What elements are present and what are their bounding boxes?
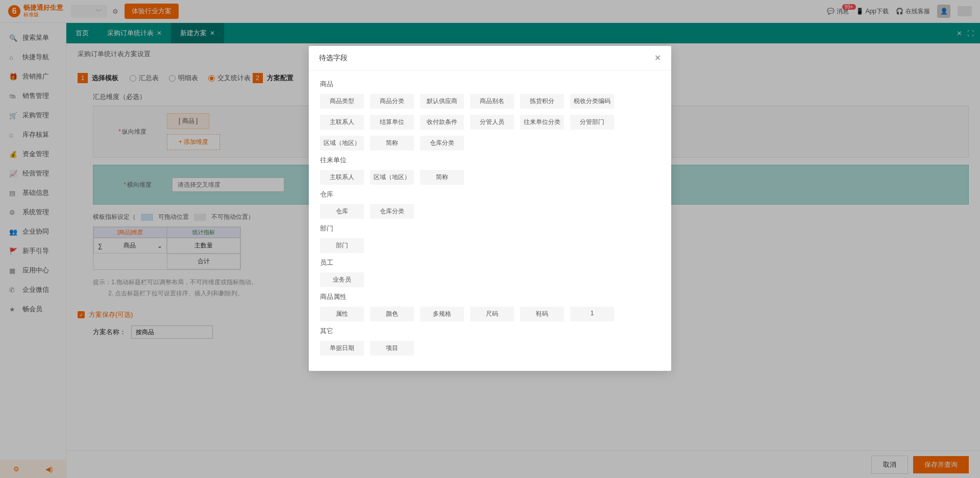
field-chip[interactable]: 商品类型 [320,94,364,109]
field-chip[interactable]: 区域（地区） [320,136,364,150]
modal-title: 待选字段 [319,54,348,63]
field-chip[interactable]: 主联系人 [320,115,364,130]
field-group-title: 往来单位 [320,156,660,165]
field-chip-list: 部门 [320,238,660,253]
field-chip[interactable]: 1 [570,307,614,321]
field-group: 部门部门 [320,224,660,253]
field-chip-list: 主联系人区域（地区）简称 [320,170,660,185]
field-group: 商品属性属性颜色多规格尺码鞋码1 [320,292,660,321]
field-chip[interactable]: 商品别名 [470,94,514,109]
field-chip[interactable]: 单据日期 [320,341,364,356]
field-chip[interactable]: 业务员 [320,272,364,287]
field-chip[interactable]: 部门 [320,238,364,253]
field-chip-list: 单据日期项目 [320,341,660,356]
field-chip[interactable]: 属性 [320,307,364,321]
field-chip[interactable]: 税收分类编码 [570,94,614,109]
field-chip-list: 业务员 [320,272,660,287]
field-chip[interactable]: 项目 [370,341,414,356]
field-chip[interactable]: 仓库 [320,204,364,219]
field-chip[interactable]: 结算单位 [370,115,414,130]
field-chip[interactable]: 拣货积分 [520,94,564,109]
field-group: 员工业务员 [320,258,660,287]
field-chip[interactable]: 仓库分类 [420,136,464,150]
field-chip[interactable]: 简称 [420,170,464,185]
field-chip[interactable]: 分管人员 [470,115,514,130]
field-group-title: 其它 [320,326,660,336]
field-group: 商品商品类型商品分类默认供应商商品别名拣货积分税收分类编码主联系人结算单位收付款… [320,80,660,150]
field-group-title: 部门 [320,224,660,233]
field-chip[interactable]: 颜色 [370,307,414,321]
field-group: 其它单据日期项目 [320,326,660,356]
modal-body: 商品商品类型商品分类默认供应商商品别名拣货积分税收分类编码主联系人结算单位收付款… [309,70,671,371]
field-group: 仓库仓库仓库分类 [320,190,660,219]
field-picker-modal: 待选字段 ✕ 商品商品类型商品分类默认供应商商品别名拣货积分税收分类编码主联系人… [309,46,671,371]
field-chip[interactable]: 区域（地区） [370,170,414,185]
field-group: 往来单位主联系人区域（地区）简称 [320,156,660,185]
field-chip[interactable]: 鞋码 [520,307,564,321]
field-chip[interactable]: 收付款条件 [420,115,464,130]
field-chip[interactable]: 多规格 [420,307,464,321]
field-group-title: 员工 [320,258,660,267]
field-chip[interactable]: 仓库分类 [370,204,414,219]
field-chip-list: 商品类型商品分类默认供应商商品别名拣货积分税收分类编码主联系人结算单位收付款条件… [320,94,660,150]
modal-header: 待选字段 ✕ [309,46,671,70]
field-chip[interactable]: 往来单位分类 [520,115,564,130]
field-group-title: 商品 [320,80,660,89]
field-chip[interactable]: 分管部门 [570,115,614,130]
field-chip[interactable]: 商品分类 [370,94,414,109]
field-group-title: 仓库 [320,190,660,199]
field-chip[interactable]: 主联系人 [320,170,364,185]
field-chip-list: 仓库仓库分类 [320,204,660,219]
close-icon[interactable]: ✕ [654,53,661,63]
field-chip[interactable]: 简称 [370,136,414,150]
field-chip[interactable]: 默认供应商 [420,94,464,109]
modal-mask[interactable]: 待选字段 ✕ 商品商品类型商品分类默认供应商商品别名拣货积分税收分类编码主联系人… [0,0,980,478]
field-group-title: 商品属性 [320,292,660,301]
field-chip[interactable]: 尺码 [470,307,514,321]
field-chip-list: 属性颜色多规格尺码鞋码1 [320,307,660,321]
